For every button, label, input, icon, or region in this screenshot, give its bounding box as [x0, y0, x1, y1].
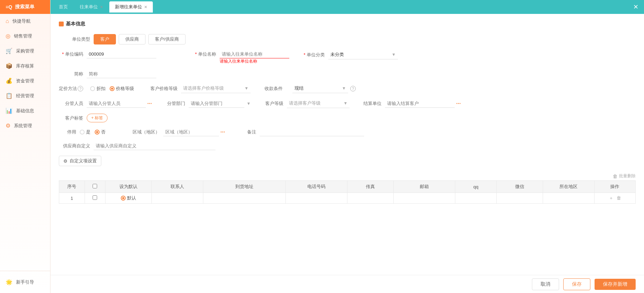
phone-input[interactable]	[289, 196, 344, 201]
department-dropdown[interactable]: ▼	[244, 100, 251, 107]
customer-price-level-dropdown[interactable]: 请选择客户价格等级 ▼	[181, 84, 251, 93]
qq-input[interactable]	[459, 196, 493, 201]
fax-input[interactable]	[351, 196, 390, 201]
delivery-input[interactable]	[207, 196, 282, 201]
contact-input[interactable]	[155, 196, 199, 201]
wechat-input[interactable]	[500, 196, 539, 201]
form-content: 基本信息 单位类型 客户 供应商 客户/供应商 单位编码 单位名称	[50, 14, 644, 275]
type-btn-customer[interactable]: 客户	[94, 34, 116, 44]
sidebar-item-label: 系统管理	[14, 123, 32, 129]
manager-input[interactable]	[87, 99, 146, 108]
col-wechat: 微信	[496, 181, 543, 193]
department-input[interactable]	[189, 99, 244, 108]
notes-field: 备注	[246, 128, 364, 136]
tab-new-partner-close[interactable]: ✕	[144, 5, 147, 9]
unit-name-error-msg: 请输入往来单位名称	[220, 59, 257, 64]
sidebar-item-purchase[interactable]: 🛒 采购管理	[0, 43, 50, 58]
unit-name-error: 请输入往来单位名称	[220, 58, 289, 64]
settlement-ellipsis[interactable]: ···	[455, 100, 462, 107]
supplier-custom-input[interactable]	[94, 142, 215, 150]
department-field: 分管部门 ▼	[164, 99, 251, 108]
customer-level-dropdown[interactable]: 请选择客户等级 ▼	[287, 99, 350, 108]
unit-category-label: 单位分类	[300, 52, 328, 58]
sidebar-item-guide[interactable]: 🌟 新手引导	[0, 275, 50, 290]
region-input[interactable]	[163, 128, 219, 136]
cell-qq	[455, 193, 496, 204]
notes-input[interactable]	[260, 128, 364, 136]
footer: 取消 保存 保存并新增	[50, 275, 644, 293]
payment-terms-dropdown[interactable]: 现结 ▼	[292, 84, 348, 93]
col-contact: 联系人	[152, 181, 203, 193]
sidebar-item-operations[interactable]: 📋 经营管理	[0, 88, 50, 103]
unit-name-input[interactable]	[220, 50, 289, 58]
tab-new-partner[interactable]: 新增往来单位 ✕	[109, 1, 153, 13]
sidebar-item-sales[interactable]: ◎ 销售管理	[0, 29, 50, 43]
tab-partners-close[interactable]: ✕	[100, 5, 103, 9]
col-email: 邮箱	[394, 181, 455, 193]
delete-row-icon[interactable]: 🗑	[616, 195, 621, 201]
sidebar-search-label: 搜索菜单	[15, 4, 34, 10]
radio-discount-circle	[90, 86, 95, 91]
radio-no-circle	[95, 130, 100, 135]
unit-category-dropdown[interactable]: 未分类 ▼	[328, 50, 398, 59]
base-icon: 📊	[6, 107, 13, 114]
type-btn-supplier[interactable]: 供应商	[119, 34, 146, 44]
short-name-input[interactable]	[87, 70, 156, 78]
row-checkbox[interactable]	[93, 195, 97, 200]
save-new-button[interactable]: 保存并新增	[595, 279, 636, 290]
disabled-radio-yes[interactable]: 是	[80, 129, 91, 135]
disabled-no-label: 否	[101, 129, 105, 135]
unit-name-label: 单位名称	[192, 51, 220, 57]
tab-new-partner-label: 新增往来单位	[115, 4, 142, 10]
manager-ellipsis[interactable]: ···	[146, 100, 153, 107]
customer-tag-row: 客户标签 + 标签	[59, 114, 636, 122]
pricing-level-label: 价格等级	[116, 86, 134, 92]
section-title-label: 基本信息	[66, 21, 85, 27]
disabled-radio-group: 是 否	[80, 129, 105, 135]
cell-contact	[152, 193, 203, 204]
custom-settings-button[interactable]: ⚙ 自定义项设置	[59, 156, 101, 166]
payment-help-icon[interactable]: ?	[350, 86, 356, 91]
sidebar-item-finance[interactable]: 💰 资金管理	[0, 73, 50, 88]
disabled-radio-no[interactable]: 否	[95, 129, 105, 135]
sidebar-item-label: 快捷导航	[13, 18, 31, 24]
batch-delete-icon: 🗑	[613, 173, 618, 179]
select-all-checkbox[interactable]	[93, 184, 97, 188]
col-region: 所在地区	[543, 181, 594, 193]
add-row-icon[interactable]: ＋	[609, 195, 613, 201]
email-input[interactable]	[397, 196, 451, 201]
close-all-tabs[interactable]: ✕	[630, 2, 641, 12]
cancel-button[interactable]: 取消	[532, 278, 559, 290]
sidebar-item-inventory[interactable]: 📦 库存核算	[0, 58, 50, 73]
settlement-unit-input[interactable]	[385, 99, 455, 108]
tab-home-label: 首页	[59, 4, 68, 10]
region-table-input[interactable]	[547, 196, 591, 201]
type-btn-both[interactable]: 客户/供应商	[148, 34, 186, 44]
tab-home[interactable]: 首页	[53, 1, 73, 13]
sidebar-search[interactable]: ≡Q 搜索菜单	[0, 0, 50, 14]
batch-delete-bar: 🗑 批量删除	[59, 173, 636, 179]
region-ellipsis[interactable]: ···	[219, 129, 226, 135]
sidebar-item-quick-nav[interactable]: ⌂ 快捷导航	[0, 14, 50, 29]
cell-default: 默认	[105, 193, 152, 204]
tab-partners[interactable]: 往来单位 ✕	[74, 1, 109, 13]
unit-code-input[interactable]	[87, 50, 156, 58]
operations-icon: 📋	[6, 92, 13, 99]
unit-type-row: 单位类型 客户 供应商 客户/供应商	[59, 34, 636, 44]
save-button[interactable]: 保存	[563, 278, 590, 290]
sidebar-item-base[interactable]: 📊 基础信息	[0, 103, 50, 118]
default-radio[interactable]: 默认	[109, 195, 148, 201]
sales-icon: ◎	[6, 33, 10, 39]
sidebar-item-system[interactable]: ⚙ 系统管理	[0, 118, 50, 133]
supplier-custom-row: 供应商自定义	[59, 142, 636, 150]
disabled-region-row: 停用 是 否 区域（地区） ···	[59, 128, 636, 136]
manager-row: 分管人员 ··· 分管部门 ▼ 客户等级 请选择客户等级 ▼	[59, 99, 636, 108]
pricing-radio-level[interactable]: 价格等级	[110, 86, 134, 92]
section-icon	[59, 22, 64, 26]
batch-delete-label[interactable]: 批量删除	[619, 173, 636, 179]
pricing-help-icon[interactable]: ?	[78, 86, 83, 91]
sidebar-item-label: 资金管理	[16, 78, 34, 84]
pricing-method-label: 定价方法 ?	[59, 86, 90, 92]
pricing-radio-discount[interactable]: 折扣	[90, 86, 105, 92]
tag-add-button[interactable]: + 标签	[87, 114, 108, 122]
